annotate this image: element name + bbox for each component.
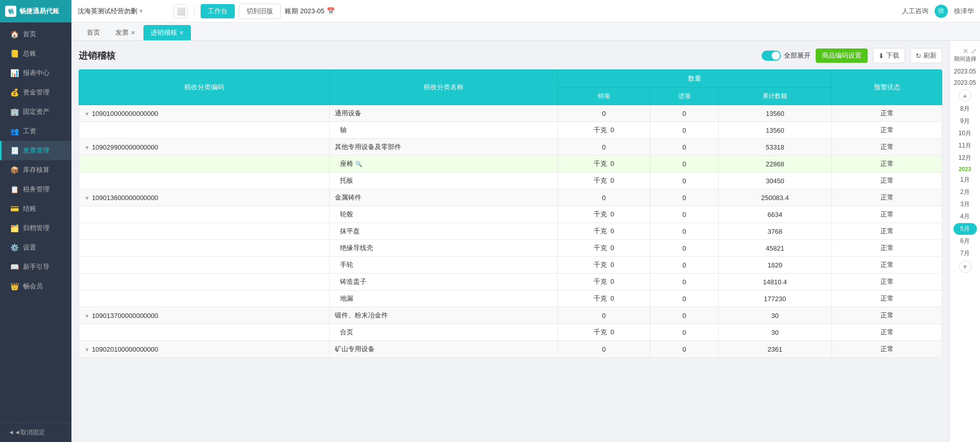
sidebar-collapse[interactable]: ◄◄取消固定 — [0, 423, 71, 442]
save-button[interactable]: ⬜ — [174, 4, 188, 18]
cell-code — [79, 274, 330, 290]
invoices-icon: 🧾 — [10, 146, 19, 155]
sidebar-item-home[interactable]: 🏠 首页 — [0, 24, 71, 44]
tab-invoices-close[interactable]: ✕ — [131, 30, 135, 36]
panel-close-row: ✕ ⤢ — [950, 45, 980, 55]
workbench-button[interactable]: 工作台 — [201, 4, 235, 18]
sidebar-item-label: 工资 — [23, 127, 36, 136]
period-month-item[interactable]: 11月 — [953, 140, 977, 152]
cell-name: 地漏 — [330, 290, 558, 307]
period-month-item[interactable]: 8月 — [953, 103, 977, 115]
table-row: 手轮 千克 0 0 1820 正常 — [79, 257, 942, 274]
panel-close-button[interactable]: ✕ — [963, 47, 969, 55]
col-sales: 销项 — [557, 88, 650, 105]
period-month-item[interactable]: 4月 — [953, 211, 977, 223]
cell-warning: 正常 — [832, 105, 942, 122]
cell-total: 250083.4 — [718, 189, 832, 206]
period-month-item[interactable]: 2023 — [953, 164, 977, 174]
tab-reconcile-close[interactable]: ✕ — [179, 30, 184, 36]
expand-toggle-wrap: 全部展开 — [762, 51, 811, 61]
table-row: ▼109010000000000000 通用设备 0 0 13560 正常 — [79, 105, 942, 122]
switch-version-button[interactable]: 切到旧版 — [239, 4, 281, 19]
col-tax-name: 税收分类名称 — [330, 70, 558, 105]
cell-sales: 0 — [557, 341, 650, 358]
period-month-item[interactable]: 12月 — [953, 152, 977, 164]
cell-warning: 正常 — [832, 206, 942, 223]
cell-code: ▼109029900000000000 — [79, 139, 330, 156]
sidebar-item-settlement[interactable]: 💳 结账 — [0, 199, 71, 218]
sidebar-item-tax[interactable]: 📋 税务管理 — [0, 180, 71, 199]
sidebar-item-member[interactable]: 👑 畅会员 — [0, 277, 71, 296]
cell-warning: 正常 — [832, 189, 942, 206]
cell-warning: 正常 — [832, 290, 942, 307]
cell-warning: 正常 — [832, 341, 942, 358]
sidebar-item-guide[interactable]: 📖 新手引导 — [0, 257, 71, 277]
app-name: 畅捷通易代账 — [19, 7, 59, 16]
cell-sales: 千克 0 — [557, 223, 650, 240]
user-name[interactable]: 徐泽华 — [954, 7, 974, 16]
period-month-item[interactable]: 5月 — [953, 223, 977, 235]
sidebar-item-payroll[interactable]: 👥 工资 — [0, 121, 71, 141]
cell-sales: 千克 0 — [557, 324, 650, 341]
refresh-button[interactable]: ↻ 刷新 — [910, 48, 942, 63]
topbar: 沈海英测试经营勿删 ▾ ⬜ 工作台 切到旧版 账期 2023-05 📅 人工咨询… — [71, 0, 980, 22]
cell-name: 矿山专用设备 — [330, 341, 558, 358]
download-button[interactable]: ⬇ 下载 — [873, 48, 905, 63]
calendar-icon[interactable]: 📅 — [327, 7, 335, 15]
sidebar-item-ledger[interactable]: 📒 总账 — [0, 44, 71, 63]
cell-input: 0 — [650, 240, 718, 257]
cell-code — [79, 206, 330, 223]
cell-code — [79, 223, 330, 240]
sidebar-item-label: 库存核算 — [23, 165, 50, 175]
sidebar-item-invoices[interactable]: 🧾 发票管理 — [0, 141, 71, 160]
cell-input: 0 — [650, 307, 718, 324]
col-input: 进项 — [650, 88, 718, 105]
cell-code — [79, 257, 330, 274]
sidebar-item-funds[interactable]: 💰 资金管理 — [0, 83, 71, 102]
period-nav-up[interactable]: ▲ — [959, 89, 971, 102]
table-row: 地漏 千克 0 0 177230 正常 — [79, 290, 942, 307]
sidebar-item-reports[interactable]: 📊 报表中心 — [0, 63, 71, 83]
panel-expand-button[interactable]: ⤢ — [971, 47, 977, 55]
sidebar-item-label: 发票管理 — [23, 146, 50, 155]
period-month-item[interactable]: 10月 — [953, 128, 977, 139]
tabbar: 首页 发票 ✕ 进销稽核 ✕ — [71, 22, 980, 41]
support-label[interactable]: 人工咨询 — [902, 7, 928, 16]
company-selector[interactable]: 沈海英测试经营勿删 ▾ — [78, 7, 169, 16]
sidebar-item-assets[interactable]: 🏢 固定资产 — [0, 102, 71, 121]
user-avatar: 徐 — [935, 5, 948, 18]
sidebar-item-settings[interactable]: ⚙️ 设置 — [0, 238, 71, 257]
right-panel: ✕ ⤢ 期间选择 2023.05 2023.05 ▲ 8月9月10月11月12月… — [949, 41, 980, 442]
funds-icon: 💰 — [10, 88, 19, 96]
cell-name: 轮毂 — [330, 206, 558, 223]
table-row: ▼109013600000000000 金属铸件 0 0 250083.4 正常 — [79, 189, 942, 206]
period-month-item[interactable]: 6月 — [953, 235, 977, 247]
period-month-item[interactable]: 2月 — [953, 186, 977, 198]
cell-total: 30450 — [718, 173, 832, 189]
expand-toggle[interactable] — [762, 51, 781, 61]
cell-code — [79, 290, 330, 307]
col-quantity-group: 数量 — [557, 70, 831, 88]
period-item-1[interactable]: 2023.05 — [953, 78, 977, 88]
cell-total: 6634 — [718, 206, 832, 223]
app-logo: 畅 畅捷通易代账 — [0, 0, 71, 22]
period-month-item[interactable]: 3月 — [953, 199, 977, 210]
topbar-right: 人工咨询 徐 徐泽华 — [902, 5, 974, 18]
cell-total: 14810.4 — [718, 274, 832, 290]
period-nav-down[interactable]: ▼ — [959, 261, 971, 273]
period-month-item[interactable]: 7月 — [953, 248, 977, 259]
cell-input: 0 — [650, 173, 718, 189]
tab-invoices[interactable]: 发票 ✕ — [108, 25, 142, 40]
archive-icon: 🗂️ — [10, 224, 19, 232]
period-month-item[interactable]: 9月 — [953, 115, 977, 127]
sidebar-item-archive[interactable]: 🗂️ 归档管理 — [0, 218, 71, 238]
period-item-0[interactable]: 2023.05 — [953, 66, 977, 77]
product-code-button[interactable]: 商品编码设置 — [816, 48, 868, 63]
cell-sales: 0 — [557, 189, 650, 206]
tab-home[interactable]: 首页 — [80, 25, 107, 40]
cell-name: 托板 — [330, 173, 558, 189]
sidebar-item-inventory[interactable]: 📦 库存核算 — [0, 160, 71, 180]
tab-reconcile[interactable]: 进销稽核 ✕ — [143, 25, 191, 40]
table-row: 抹平盘 千克 0 0 3768 正常 — [79, 223, 942, 240]
period-month-item[interactable]: 1月 — [953, 174, 977, 186]
